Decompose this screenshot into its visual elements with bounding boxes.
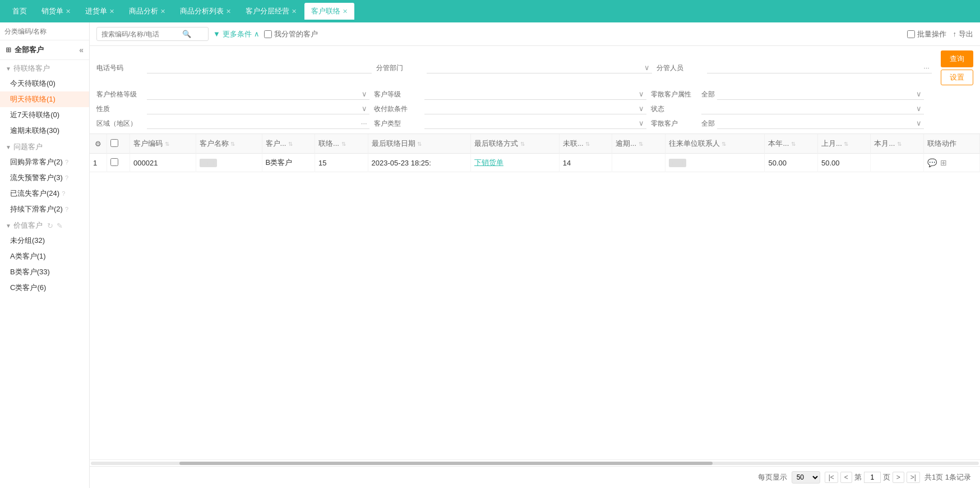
- table-col-name[interactable]: 客户名称 ⇅: [196, 134, 262, 154]
- col-unit-contact-label: 往来单位联系人: [669, 139, 720, 148]
- nav-product-analysis-close[interactable]: ✕: [160, 8, 165, 15]
- query-button[interactable]: 查询: [941, 50, 973, 67]
- last-page-btn[interactable]: >|: [907, 472, 920, 483]
- col-overdue-label: 逾期...: [616, 139, 636, 148]
- pagination-nav: |< < 第 页 > >|: [825, 472, 920, 483]
- filter-row-4: 区域（地区） ··· 客户类型 ∨ 零散客户 全部: [96, 118, 973, 129]
- dept-chev: ∨: [644, 63, 650, 72]
- customer-type-select[interactable]: ∨: [424, 118, 647, 129]
- sidebar-item-today[interactable]: 今天待联络(0): [0, 76, 89, 91]
- table-col-last-date[interactable]: 最后联络日期 ⇅: [368, 134, 470, 154]
- table-col-customer-type[interactable]: 客户... ⇅: [262, 134, 315, 154]
- payment-label: 收付款条件: [374, 104, 424, 114]
- price-level-select[interactable]: ∨: [147, 89, 369, 100]
- nav-sales-close[interactable]: ✕: [66, 8, 71, 15]
- filter-cell-customer-type: 客户类型 ∨: [374, 118, 647, 129]
- nav-purchase[interactable]: 进货单 ✕: [78, 3, 121, 20]
- filter-search-icon[interactable]: 🔍: [182, 30, 191, 38]
- sidebar-search-input[interactable]: [4, 27, 89, 35]
- col-overdue-sort: ⇅: [639, 141, 643, 147]
- row-checkbox-cell[interactable]: [107, 154, 130, 172]
- nav-product-analysis-list-close[interactable]: ✕: [226, 8, 231, 15]
- status-select[interactable]: ∨: [701, 103, 924, 114]
- phone-input[interactable]: [147, 63, 372, 73]
- sidebar-item-churned[interactable]: 已流失客户(24) ?: [0, 186, 89, 201]
- table-col-contact[interactable]: 联络... ⇅: [315, 134, 368, 154]
- nav-product-analysis[interactable]: 商品分析 ✕: [122, 3, 172, 20]
- dept-select[interactable]: ∨: [427, 62, 651, 73]
- edit-icon[interactable]: ✎: [57, 222, 63, 230]
- batch-op-checkbox[interactable]: [907, 30, 915, 38]
- more-conditions-btn[interactable]: ▼ 更多条件 ∧: [213, 29, 260, 39]
- page-input[interactable]: [864, 472, 881, 483]
- first-page-btn[interactable]: |<: [825, 472, 838, 483]
- sidebar-item-week[interactable]: 近7天待联络(0): [0, 107, 89, 123]
- collapse-icon[interactable]: «: [79, 45, 84, 54]
- table-col-code[interactable]: 客户编码 ⇅: [130, 134, 196, 154]
- row-contact-count: 15: [315, 154, 368, 172]
- sidebar-item-ungrouped[interactable]: 未分组(32): [0, 233, 89, 248]
- status-label: 状态: [651, 104, 701, 114]
- filter-icon: ▼: [213, 30, 220, 38]
- customer-level-label: 客户等级: [374, 90, 424, 99]
- filter-cell-status: 状态 ∨: [651, 103, 924, 114]
- sidebar-all-customers[interactable]: ⊞ 全部客户 «: [0, 40, 89, 60]
- table-col-unit-contact[interactable]: 往来单位联系人 ⇅: [665, 134, 765, 154]
- sidebar-item-c-class[interactable]: C类客户(6): [0, 280, 89, 296]
- horizontal-scrollbar[interactable]: [90, 459, 980, 466]
- nav-sales[interactable]: 销货单 ✕: [35, 3, 77, 20]
- gender-select[interactable]: ∨: [147, 103, 369, 114]
- grid-action-icon[interactable]: ⊞: [940, 158, 947, 167]
- batch-op-btn[interactable]: 批量操作: [907, 29, 946, 39]
- zero-customer-select[interactable]: ∨: [717, 118, 924, 129]
- table-col-overdue[interactable]: 逾期... ⇅: [612, 134, 665, 154]
- row-checkbox[interactable]: [110, 158, 118, 166]
- next-page-btn[interactable]: >: [893, 472, 904, 483]
- sidebar-item-tomorrow[interactable]: 明天待联络(1): [0, 91, 89, 107]
- filter-search-input[interactable]: [101, 30, 180, 38]
- zero-attr-value: 全部: [701, 90, 715, 99]
- table-col-uncontact[interactable]: 未联... ⇅: [559, 134, 612, 154]
- export-btn[interactable]: ↑ 导出: [953, 29, 974, 39]
- row-last-method[interactable]: 下销货单: [470, 154, 559, 172]
- nav-customer-contact-close[interactable]: ✕: [343, 8, 348, 15]
- row-last-method-link[interactable]: 下销货单: [474, 158, 503, 167]
- region-input[interactable]: ···: [147, 118, 369, 129]
- nav-home[interactable]: 首页: [6, 3, 34, 20]
- zero-attr-select[interactable]: ∨: [717, 89, 924, 100]
- table-col-this-month[interactable]: 本月... ⇅: [871, 134, 924, 154]
- nav-purchase-close[interactable]: ✕: [109, 8, 114, 15]
- sidebar-item-overdue[interactable]: 逾期未联络(30): [0, 123, 89, 139]
- filter-row-2: 客户价格等级 ∨ 客户等级 ∨ 零散客户属性 全部: [96, 89, 973, 100]
- comment-action-icon[interactable]: 💬: [927, 158, 937, 167]
- customer-level-select[interactable]: ∨: [424, 89, 647, 100]
- nav-customer-tier[interactable]: 客户分层经营 ✕: [239, 3, 303, 20]
- zero-attr-chev: ∨: [916, 90, 922, 98]
- settings-button[interactable]: 设置: [941, 70, 973, 85]
- table-col-this-year[interactable]: 本年... ⇅: [765, 134, 818, 154]
- my-customers-checkbox[interactable]: [264, 30, 272, 38]
- select-all-checkbox[interactable]: [110, 139, 118, 147]
- sidebar-item-declining[interactable]: 持续下滑客户(2) ?: [0, 201, 89, 217]
- section-title-problem[interactable]: ▼ 问题客户: [0, 139, 89, 154]
- table-col-last-method[interactable]: 最后联络方式 ⇅: [470, 134, 559, 154]
- table-col-gear[interactable]: ⚙: [90, 134, 107, 154]
- scrollbar-thumb[interactable]: [179, 462, 712, 465]
- person-input[interactable]: ···: [707, 62, 932, 73]
- sidebar-item-repurchase-abnormal[interactable]: 回购异常客户(2) ?: [0, 154, 89, 170]
- per-page-select[interactable]: 50 100 200: [792, 471, 820, 484]
- nav-customer-contact[interactable]: 客户联络 ✕: [304, 3, 354, 20]
- sidebar-item-b-class[interactable]: B类客户(33): [0, 264, 89, 280]
- nav-customer-tier-close[interactable]: ✕: [292, 8, 297, 15]
- payment-select[interactable]: ∨: [424, 103, 647, 114]
- section-title-value[interactable]: ▼ 价值客户 ↻ ✎: [0, 217, 89, 233]
- prev-page-btn[interactable]: <: [840, 472, 852, 483]
- nav-product-analysis-list[interactable]: 商品分析列表 ✕: [173, 3, 238, 20]
- row-action-icons: 💬 ⊞: [927, 158, 976, 167]
- sidebar-item-a-class[interactable]: A类客户(1): [0, 248, 89, 264]
- table-col-checkbox[interactable]: [107, 134, 130, 154]
- section-title-pending[interactable]: ▼ 待联络客户: [0, 60, 89, 76]
- table-col-last-month[interactable]: 上月... ⇅: [817, 134, 871, 154]
- refresh-icon[interactable]: ↻: [47, 222, 53, 230]
- sidebar-item-churn-warning[interactable]: 流失预警客户(3) ?: [0, 170, 89, 186]
